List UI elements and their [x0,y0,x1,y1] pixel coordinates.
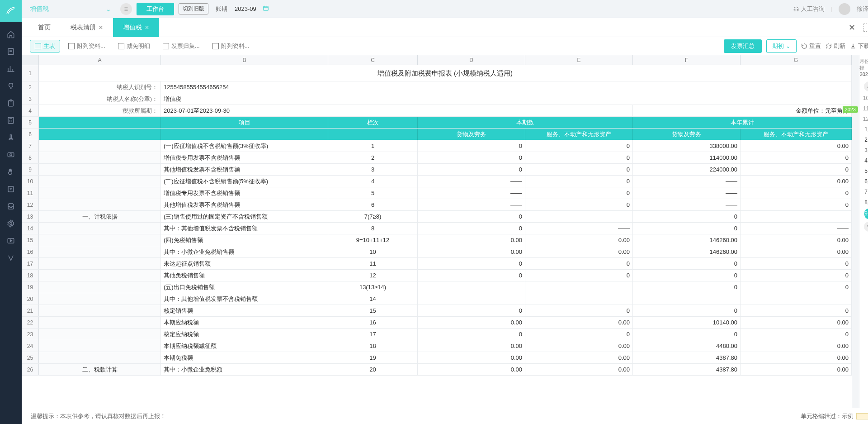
cell-colno[interactable]: 4 [328,176,418,187]
cell-th[interactable]: 栏次 [328,117,418,128]
row-header[interactable]: 9 [22,164,39,175]
cell-th[interactable]: 本期数 [418,117,633,128]
row-header[interactable]: 26 [22,364,39,375]
cell-colno[interactable]: 2 [328,152,418,163]
col-header-e[interactable]: E [525,55,633,65]
cell[interactable]: 增值税 [161,93,852,105]
cell-value[interactable]: 0.00 [418,246,525,257]
cell-value[interactable]: 0 [525,270,633,281]
nav-doc-icon[interactable] [6,47,15,56]
month-item[interactable]: 11月 [863,104,868,114]
cell-value[interactable]: 0 [418,258,525,269]
cell-item[interactable]: (三)销售使用过的固定资产不含税销售额 [161,211,328,222]
cell-th[interactable]: 货物及劳务 [633,129,741,140]
month-item[interactable]: 10月 [863,93,868,104]
company-selector[interactable]: 增值税 ⌄ [25,3,116,15]
cell-value[interactable]: 0 [741,329,852,340]
cell-value[interactable]: —— [633,187,741,199]
cell-item[interactable]: 其他增值税发票不含税销售额 [161,164,328,175]
cell[interactable]: 纳税人名称(公章)： [39,93,161,105]
cell-value[interactable]: 0.00 [418,234,525,246]
cell-value[interactable]: —— [741,223,852,234]
cell-value[interactable]: 0.00 [741,176,852,187]
cell-th[interactable]: 本年累计 [633,117,852,128]
cell-value[interactable]: 4387.80 [633,364,741,375]
row-header[interactable]: 16 [22,246,39,257]
cell-value[interactable]: 0.00 [525,340,633,352]
tab-home[interactable]: 首页 [28,18,61,37]
nav-money-icon[interactable] [6,81,15,91]
cell-colno[interactable]: 10 [328,246,418,257]
cell-colno[interactable]: 15 [328,305,418,316]
cell-colno[interactable]: 18 [328,340,418,352]
close-icon[interactable]: ✕ [145,24,149,31]
col-header-f[interactable]: F [633,55,741,65]
sheet-title[interactable]: 增值税及附加税费申报表 (小规模纳税人适用) [39,65,852,81]
section-label[interactable]: 二、税款计算 [39,364,161,375]
col-header-d[interactable]: D [418,55,525,65]
nav-v-icon[interactable] [6,253,15,262]
cell[interactable]: 125545855545546562​54 [161,81,852,93]
cell-value[interactable]: 0 [418,223,525,234]
col-header-g[interactable]: G [741,55,852,65]
cell-value[interactable]: 224000.00 [633,164,741,175]
sheet-tab-main[interactable]: 主表 [30,40,60,52]
cell[interactable] [39,258,161,269]
cell[interactable]: 纳税人识别号： [39,81,161,93]
refresh-button[interactable]: 刷新 [826,42,845,50]
cell-item[interactable]: 其中：其他增值税发票不含税销售额 [161,223,328,234]
consult-link[interactable]: 人工咨询 [793,5,825,13]
fullscreen-icon[interactable] [863,24,868,32]
cell-item[interactable]: (四)免税销售额 [161,234,328,246]
cell[interactable] [39,234,161,246]
nav-export-icon[interactable] [6,185,15,194]
cell-value[interactable] [418,293,525,305]
cell-item[interactable]: (五)出口免税销售额 [161,281,328,293]
user-avatar[interactable] [839,3,850,15]
cell-value[interactable]: 0 [418,305,525,316]
nav-clipboard-icon[interactable] [6,99,15,108]
cell-th[interactable] [39,129,161,140]
sheet-tab-attach1[interactable]: 附列资料... [64,40,110,52]
cell-value[interactable]: 0 [633,223,741,234]
cell-value[interactable]: —— [418,187,525,199]
cell[interactable]: 2023-07-01至2023-09-30 [161,105,328,116]
cell-item[interactable]: 增值税专用发票不含税销售额 [161,152,328,163]
month-item[interactable]: 4月 [863,156,868,166]
cell-item[interactable]: 其中：其他增值税发票不含税销售额 [161,293,328,305]
cell-colno[interactable]: 1 [328,140,418,152]
cell-value[interactable]: 0 [741,258,852,269]
month-item[interactable]: 1月 [863,124,868,135]
cell-item[interactable]: 未达起征点销售额 [161,258,328,269]
cell-value[interactable]: 0 [418,270,525,281]
row-header[interactable]: 1 [22,65,39,81]
cell-value[interactable]: 146260.00 [633,246,741,257]
cell-value[interactable]: 0 [525,164,633,175]
cell-item[interactable]: 其他增值税发票不含税销售额 [161,199,328,210]
cell-value[interactable]: 0.00 [418,352,525,363]
cell-value[interactable]: 0 [741,199,852,210]
cell-value[interactable]: 0 [525,258,633,269]
cell-value[interactable]: 0.00 [418,340,525,352]
cell-value[interactable] [525,281,633,293]
cell[interactable] [39,164,161,175]
cell[interactable] [39,340,161,352]
cell-value[interactable] [741,293,852,305]
cell-colno[interactable]: 6 [328,199,418,210]
cell-colno[interactable]: 20 [328,364,418,375]
cell[interactable]: 金额单位：元至角分 [633,105,852,116]
cell-value[interactable]: 0 [525,176,633,187]
cell-colno[interactable]: 14 [328,293,418,305]
cell-value[interactable]: 146260.00 [633,234,741,246]
row-header[interactable]: 7 [22,140,39,152]
cell-colno[interactable]: 13(13≥14) [328,281,418,293]
cell-value[interactable]: 0 [741,164,852,175]
cell-value[interactable]: 0 [633,305,741,316]
cell[interactable] [39,152,161,163]
cell-value[interactable]: 338000.00 [633,140,741,152]
cell[interactable] [39,223,161,234]
cell-value[interactable]: 0.00 [525,364,633,375]
cell-value[interactable]: 0 [741,305,852,316]
tab-tax-list[interactable]: 税表清册✕ [61,18,113,37]
sheet-tab-reduction[interactable]: 减免明细 [113,40,155,52]
